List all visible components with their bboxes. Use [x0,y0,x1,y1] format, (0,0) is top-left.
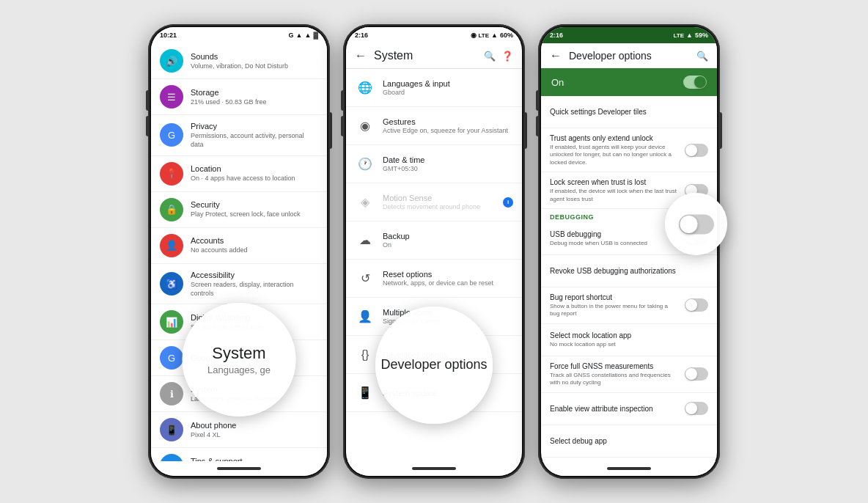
google-icon: G [289,32,294,39]
settings-icon-0: 🔊 [160,49,183,73]
dev-opt-quick-settings-developer-[interactable]: Quick settings Developer tiles [541,96,717,128]
sys-title-5: Reset options [383,270,513,279]
system-menu-languages-&-input[interactable]: 🌐 Languages & input Gboard [346,69,522,107]
battery-icon: ▓ [313,32,318,39]
dev-opt-title-0: Quick settings Developer tiles [550,107,708,117]
dev-on-label: On [551,77,564,88]
settings-title-5: Accounts [191,235,318,246]
settings-title-0: Sounds [191,51,318,62]
phone-1: 10:21 G ▲ ▲ ▓ 🔊 Sounds Volume, vibration… [148,24,330,479]
header-icons-2: 🔍 ❓ [484,51,513,62]
dev-opt-title-6: Bug report shortcut [550,293,679,302]
toggle-thumb-8 [685,368,697,380]
status-icons-2: ◉ LTE ▲ 60% [471,32,513,39]
dev-opt-select-mock-location-app[interactable]: Select mock location app No mock locatio… [541,324,717,356]
settings-item-about-phone[interactable]: 📱 About phone Pixel 4 XL [151,412,327,448]
dev-opt-enable-view-attribute-ins[interactable]: Enable view attribute inspection [541,393,717,425]
dev-opt-bug-report-shortcut[interactable]: Bug report shortcut Show a button in the… [541,287,717,324]
settings-subtitle-6: Screen readers, display, interaction con… [191,281,318,298]
dev-toggle-1[interactable] [685,144,708,157]
back-icon-3[interactable]: ← [550,49,562,62]
dev-opt-select-debug-app[interactable]: Select debug app [541,425,717,458]
dev-toggle-6[interactable] [685,298,708,312]
dev-opt-sub-4: Debug mode when USB is connected [550,240,679,247]
settings-item-privacy[interactable]: G Privacy Permissions, account activity,… [151,115,327,156]
circle-usb-toggle [665,193,727,255]
settings-title-3: Location [191,164,318,174]
nav-pill-2 [412,467,456,470]
settings-item-security[interactable]: 🔒 Security Play Protect, screen lock, fa… [151,192,327,228]
toggle-thumb-on [694,76,706,88]
status-bar-1: 10:21 G ▲ ▲ ▓ [151,27,327,43]
search-icon-2[interactable]: 🔍 [484,51,496,62]
settings-text-3: Location On · 4 apps have access to loca… [191,164,318,183]
settings-item-tips-&-support[interactable]: ? Tips & support Help articles, phone & … [151,448,327,461]
settings-item-accessibility[interactable]: ♿ Accessibility Screen readers, display,… [151,264,327,305]
vol-up-btn-2[interactable] [341,90,344,111]
sys-icon-7: {} [355,345,375,365]
circle-main-text-2: Developer options [380,357,487,373]
dev-opt-text-4: USB debugging Debug mode when USB is con… [550,230,679,247]
signal-icon-2: ▲ [491,32,498,39]
power-btn-3[interactable] [719,112,722,149]
system-menu-reset-options[interactable]: ↺ Reset options Network, apps, or device… [346,260,522,298]
settings-icon-6: ♿ [160,272,183,295]
sys-sub-2: GMT+05:30 [383,165,513,172]
vol-down-btn[interactable] [146,116,149,136]
system-menu-date-&-time[interactable]: 🕐 Date & time GMT+05:30 [346,145,522,183]
toggle-thumb-1 [685,144,697,156]
status-icons-1: G ▲ ▲ ▓ [289,32,318,39]
vol-up-btn[interactable] [146,90,149,111]
time-3: 2:16 [550,32,563,39]
dev-toggle-9[interactable] [685,402,708,415]
settings-subtitle-5: No accounts added [191,246,318,255]
lte-icon-3: LTE [674,32,685,39]
nav-bar-2 [346,461,522,476]
sys-sub-5: Network, apps, or device can be reset [383,279,513,287]
sys-icon-6: 👤 [355,306,375,327]
power-btn-2[interactable] [524,112,527,149]
system-menu-backup[interactable]: ☁ Backup On [346,221,522,260]
settings-title-4: Security [191,199,318,210]
search-icon-3[interactable]: 🔍 [696,51,708,62]
settings-item-sounds[interactable]: 🔊 Sounds Volume, vibration, Do Not Distu… [151,43,327,79]
power-btn-1[interactable] [329,112,332,149]
vol-up-btn-3[interactable] [536,90,539,111]
settings-icon-3: 📍 [160,162,183,186]
back-icon-2[interactable]: ← [355,49,367,62]
dev-opt-text-0: Quick settings Developer tiles [550,107,708,117]
settings-subtitle-1: 21% used · 50.83 GB free [191,98,318,107]
dev-opt-revoke-usb-debugging-auth[interactable]: Revoke USB debugging authorizations [541,255,717,287]
settings-text-1: Storage 21% used · 50.83 GB free [191,87,318,107]
dev-on-toggle[interactable] [683,76,707,89]
time-1: 10:21 [160,32,177,39]
usb-debug-toggle-circle[interactable] [679,214,714,234]
sys-title-3: Motion Sense [383,194,496,202]
wifi-icon: ▲ [305,32,312,39]
settings-icon-5: 👤 [160,234,183,257]
dev-opt-text-10: Select debug app [550,436,708,446]
sys-title-2: Date & time [383,155,513,164]
lte-icon: LTE [479,32,490,39]
settings-subtitle-2: Permissions, account activity, personal … [191,132,318,149]
dev-opt-trust-agents-only-extend-[interactable]: Trust agents only extend unlock If enabl… [541,128,717,172]
vol-down-btn-3[interactable] [536,116,539,136]
settings-item-accounts[interactable]: 👤 Accounts No accounts added [151,228,327,264]
settings-item-storage[interactable]: ☰ Storage 21% used · 50.83 GB free [151,79,327,115]
sys-sub-3: Detects movement around phone [383,203,496,210]
sys-icon-3: ◈ [355,192,375,213]
settings-item-location[interactable]: 📍 Location On · 4 apps have access to lo… [151,156,327,192]
help-icon-2[interactable]: ❓ [501,51,513,62]
sys-text-0: Languages & input Gboard [383,79,513,96]
nav-pill-3 [607,467,651,470]
vol-down-btn-2[interactable] [341,116,344,136]
system-menu-gestures[interactable]: ◉ Gestures Active Edge on, squeeze for y… [346,107,522,145]
dev-toggle-8[interactable] [685,367,708,381]
system-menu-motion-sense[interactable]: ◈ Motion Sense Detects movement around p… [346,183,522,221]
circle-main-text-1: System [212,344,265,363]
nav-pill-1 [217,467,261,470]
dev-opt-title-1: Trust agents only extend unlock [550,133,679,143]
sys-title-0: Languages & input [383,79,513,88]
dev-opt-force-full-gnss-measureme[interactable]: Force full GNSS measurements Track all G… [541,356,717,393]
motion-sense-badge: i [503,197,513,208]
